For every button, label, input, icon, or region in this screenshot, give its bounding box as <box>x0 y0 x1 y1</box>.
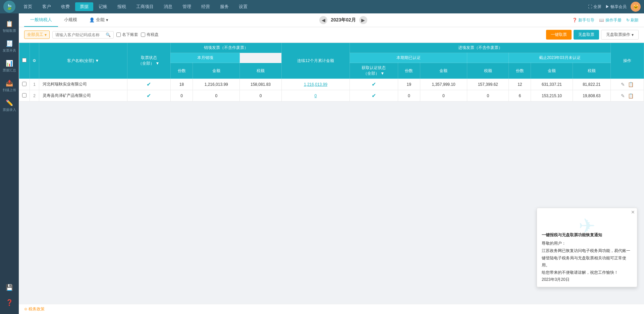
cumulative-link[interactable]: 0 <box>315 93 317 98</box>
row-cert-status: ✔ <box>350 79 398 90</box>
nav-invoice[interactable]: 票据 <box>75 2 93 11</box>
nav-home[interactable]: 首页 <box>19 2 37 11</box>
under-account-filter[interactable]: 名下账套 <box>116 32 138 38</box>
cert-status-icon: ✔ <box>372 93 376 99</box>
cumulative-link[interactable]: 1,216,013.99 <box>304 82 327 87</box>
row-purch-uncert-tax: 19,808.63 <box>573 90 610 102</box>
nav-operation[interactable]: 经营 <box>197 2 215 11</box>
sidebar-item-entry[interactable]: ✏️ 票据录入 <box>0 96 19 116</box>
col-purch-uncert-count: 份数 <box>509 63 531 79</box>
take-status-icon: ✔ <box>147 93 151 99</box>
col-customer-name-header: 客户名称(全部) ▼ <box>39 43 127 79</box>
sidebar-item-invoice-issue[interactable]: 🧾 发票开具 <box>0 37 19 56</box>
employee-filter[interactable]: 全部员工 ▾ <box>24 30 50 39</box>
nav-accounting[interactable]: 记账 <box>94 2 112 11</box>
tab-bar: 一般纳税人 小规模 👤 全能 ▾ ◀ 2023年02月 ▶ ❓ 新手引导 📖 操… <box>19 13 644 27</box>
notification-close-btn[interactable]: ✕ <box>631 209 635 215</box>
sidebar-item-smart-ticket[interactable]: 📋 智能取票 <box>0 17 19 37</box>
nav-fee[interactable]: 收费 <box>56 2 74 11</box>
sidebar-label-entry: 票据录入 <box>3 108 16 112</box>
nav-business[interactable]: 工商项目 <box>131 2 158 11</box>
top-navigation: 🍃 首页 客户 收费 票据 记账 报税 工商项目 消息 管理 经营 服务 设置 … <box>0 0 644 13</box>
tab-all[interactable]: 👤 全能 ▾ <box>83 13 114 27</box>
col-purch-cert-amount: 金额 <box>420 63 467 79</box>
under-account-checkbox[interactable] <box>116 33 121 37</box>
notification-greeting: 尊敬的用户： <box>542 240 632 247</box>
refresh-btn[interactable]: ↻ 刷新 <box>626 17 639 23</box>
user-avatar[interactable]: 🐱 <box>631 2 641 12</box>
edit-action-btn[interactable]: ✎ <box>621 82 625 87</box>
col-sales-tax: 税额 <box>240 63 281 79</box>
filter-dropdown-icon: ▾ <box>45 33 47 37</box>
row-purch-cert-tax: 157,399.62 <box>467 79 509 90</box>
row-sales-amount: 0 <box>193 90 240 102</box>
search-box[interactable]: 🔍 <box>52 31 114 39</box>
one-key-ticket-btn[interactable]: 一键取票 <box>546 30 572 40</box>
settings-gear-icon[interactable]: ⚙ <box>33 58 36 63</box>
tab-small-scale[interactable]: 小规模 <box>58 13 83 27</box>
col-purch-uncert-tax: 税额 <box>573 63 610 79</box>
table-row: 1 河北柯瑞秋实业有限公司 ✔ 18 1,216,013.99 158,081.… <box>19 79 644 90</box>
row-purch-cert-count: 0 <box>398 90 420 102</box>
entry-icon: ✏️ <box>6 99 13 107</box>
row-take-status: ✔ <box>127 90 170 102</box>
scan-upload-icon: 📤 <box>6 79 13 87</box>
has-tax-disk-checkbox[interactable] <box>141 33 145 37</box>
search-icon[interactable]: 🔍 <box>106 33 111 37</box>
row-checkbox[interactable] <box>19 79 30 90</box>
search-input[interactable] <box>55 33 106 37</box>
detail-action-btn[interactable]: 📋 <box>628 82 634 87</box>
nav-customer[interactable]: 客户 <box>38 2 56 11</box>
member-btn[interactable]: ▶ 畅享会员 <box>605 4 627 10</box>
fullscreen-btn[interactable]: ⛶ 全屏 <box>588 4 601 10</box>
row-number: 1 <box>30 79 39 90</box>
app-logo: 🍃 <box>3 1 15 13</box>
detail-action-btn[interactable]: 📋 <box>628 93 634 99</box>
row-checkbox[interactable] <box>19 90 30 102</box>
col-purch-cert-tax: 税额 <box>467 63 509 79</box>
nav-tax[interactable]: 报税 <box>113 2 131 11</box>
smart-ticket-icon: 📋 <box>6 20 13 27</box>
row-cumulative[interactable]: 1,216,013.99 <box>281 79 350 90</box>
sidebar-download[interactable]: 💾 <box>4 280 14 296</box>
row-select-checkbox[interactable] <box>22 82 26 86</box>
nav-service[interactable]: 服务 <box>215 2 233 11</box>
sidebar-item-scan-upload[interactable]: 📤 扫描上传 <box>0 76 19 96</box>
row-sales-tax: 0 <box>240 90 281 102</box>
row-sales-count: 18 <box>170 79 193 90</box>
notification-date: 2023年3月20日 <box>542 276 632 284</box>
tax-policy-link[interactable]: ⊙ 税务政策 <box>24 306 45 312</box>
row-actions: ✎ 📋 <box>611 79 644 90</box>
manual-btn[interactable]: 📖 操作手册 <box>599 17 621 23</box>
col-checkbox-header <box>19 43 30 79</box>
col-subgroup-certified: 本期期已认证 <box>350 53 467 63</box>
select-all-checkbox[interactable] <box>22 58 26 62</box>
has-tax-disk-filter[interactable]: 有税盘 <box>141 32 159 38</box>
col-action-header: 操作 <box>611 43 644 79</box>
tab-general-taxpayer[interactable]: 一般纳税人 <box>24 13 58 27</box>
period-next-btn[interactable]: ▶ <box>359 16 367 24</box>
row-customer-name: 河北柯瑞秋实业有限公司 <box>39 79 127 90</box>
notification-decoration: ✈ <box>537 216 637 236</box>
col-cert-status-subgroup <box>467 53 509 63</box>
no-disk-ticket-btn[interactable]: 无盘取票 <box>574 30 599 40</box>
nav-settings[interactable]: 设置 <box>234 2 252 11</box>
sidebar-item-summary[interactable]: 📊 票据汇总 <box>0 56 19 76</box>
row-customer-name: 灵寿县尚泽矿产品有限公司 <box>39 90 127 102</box>
period-prev-btn[interactable]: ◀ <box>319 16 327 24</box>
row-select-checkbox[interactable] <box>22 93 26 98</box>
nav-right-area: ⛶ 全屏 ▶ 畅享会员 🐱 <box>588 2 641 12</box>
row-purch-cert-amount: 1,357,999.10 <box>420 79 467 90</box>
nav-message[interactable]: 消息 <box>159 2 177 11</box>
col-sales-count: 份数 <box>170 63 193 79</box>
cert-status-icon: ✔ <box>372 81 376 87</box>
no-disk-ops-btn[interactable]: 无盘取票操作 ▾ <box>601 30 639 40</box>
nav-menu: 首页 客户 收费 票据 记账 报税 工商项目 消息 管理 经营 服务 设置 <box>19 2 588 11</box>
col-cert-status: 获取认证状态（全部） ▼ <box>350 63 398 79</box>
sidebar-help[interactable]: ❓ <box>4 296 14 311</box>
new-guide-btn[interactable]: ❓ 新手引导 <box>572 17 594 23</box>
edit-action-btn[interactable]: ✎ <box>621 93 625 99</box>
nav-manage[interactable]: 管理 <box>178 2 196 11</box>
row-cumulative[interactable]: 0 <box>281 90 350 102</box>
row-number: 2 <box>30 90 39 102</box>
